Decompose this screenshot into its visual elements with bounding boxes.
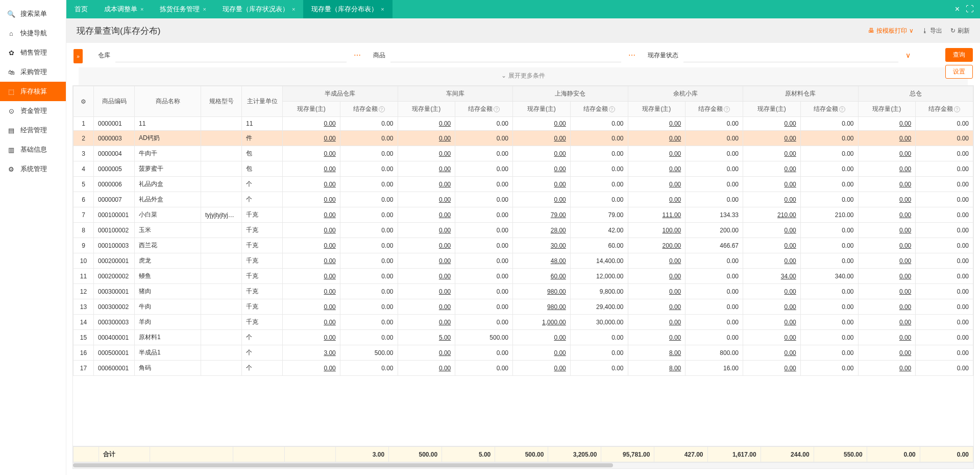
- cell-qty[interactable]: 0.00: [858, 345, 916, 361]
- qty-header[interactable]: 现存量(主): [858, 102, 916, 117]
- col-header[interactable]: 商品名称: [135, 86, 201, 117]
- cell-qty[interactable]: 5.00: [398, 330, 455, 345]
- cell-qty[interactable]: 0.00: [743, 117, 801, 131]
- table-row[interactable]: 50000006礼品内盒个0.000.000.000.000.000.000.0…: [74, 177, 973, 192]
- cell-qty[interactable]: 200.00: [628, 238, 685, 253]
- tab-close-icon[interactable]: ×: [381, 6, 384, 12]
- cell-qty[interactable]: 0.00: [858, 238, 916, 253]
- help-icon[interactable]: ?: [379, 106, 385, 112]
- sidebar-item-7[interactable]: ▥基础信息: [0, 140, 66, 159]
- col-header[interactable]: 规格型号: [201, 86, 242, 117]
- table-row[interactable]: 14000300003羊肉千克0.000.000.000.001,000.003…: [74, 315, 973, 330]
- cell-qty[interactable]: 0.00: [398, 269, 455, 284]
- cell-qty[interactable]: 3.00: [283, 345, 340, 361]
- print-template-button[interactable]: 🖶 按模板打印 ∨: [868, 27, 914, 35]
- cell-qty[interactable]: 0.00: [283, 146, 340, 161]
- cell-qty[interactable]: 0.00: [513, 161, 571, 177]
- cell-qty[interactable]: 0.00: [398, 361, 455, 376]
- filter-picker-icon[interactable]: ⋯: [626, 51, 638, 59]
- cell-qty[interactable]: 0.00: [858, 146, 916, 161]
- sidebar-item-3[interactable]: 🛍采购管理: [0, 62, 66, 82]
- cell-qty[interactable]: 0.00: [743, 223, 801, 238]
- cell-qty[interactable]: 0.00: [628, 177, 685, 192]
- table-row[interactable]: 12000300001猪肉千克0.000.000.000.00980.009,8…: [74, 284, 973, 299]
- cell-qty[interactable]: 0.00: [628, 146, 685, 161]
- qty-header[interactable]: 现存量(主): [743, 102, 801, 117]
- cell-qty[interactable]: 0.00: [513, 117, 571, 131]
- cell-qty[interactable]: 1,000.00: [513, 315, 571, 330]
- cell-qty[interactable]: 79.00: [513, 207, 571, 223]
- table-row[interactable]: 1000000111110.000.000.000.000.000.000.00…: [74, 117, 973, 131]
- cell-qty[interactable]: 0.00: [743, 299, 801, 315]
- sidebar-item-2[interactable]: ✿销售管理: [0, 43, 66, 62]
- cell-qty[interactable]: 8.00: [628, 345, 685, 361]
- cell-qty[interactable]: 0.00: [858, 192, 916, 207]
- qty-header[interactable]: 现存量(主): [283, 102, 340, 117]
- sidebar-item-6[interactable]: ▤经营管理: [0, 121, 66, 140]
- cell-qty[interactable]: 0.00: [513, 131, 571, 146]
- cell-qty[interactable]: 0.00: [628, 284, 685, 299]
- cell-qty[interactable]: 0.00: [858, 284, 916, 299]
- table-row[interactable]: 15000400001原材料1个0.000.005.00500.000.000.…: [74, 330, 973, 345]
- cell-qty[interactable]: 0.00: [513, 177, 571, 192]
- cell-qty[interactable]: 0.00: [513, 146, 571, 161]
- help-icon[interactable]: ?: [954, 106, 960, 112]
- table-row[interactable]: 16000500001半成品1个3.00500.000.000.000.000.…: [74, 345, 973, 361]
- table-row[interactable]: 7000100001小白菜tyjyjtyjtyjdf...千克0.000.000…: [74, 207, 973, 223]
- cell-qty[interactable]: 0.00: [398, 253, 455, 269]
- cell-qty[interactable]: 0.00: [743, 131, 801, 146]
- tab-2[interactable]: 拣货任务管理×: [152, 0, 214, 18]
- amt-header[interactable]: 结存金额?: [340, 102, 398, 117]
- cell-qty[interactable]: 0.00: [743, 345, 801, 361]
- cell-qty[interactable]: 0.00: [858, 177, 916, 192]
- cell-qty[interactable]: 0.00: [858, 315, 916, 330]
- cell-qty[interactable]: 60.00: [513, 269, 571, 284]
- cell-qty[interactable]: 0.00: [743, 146, 801, 161]
- tabs-fullscreen-icon[interactable]: ⛶: [966, 5, 974, 14]
- tab-close-icon[interactable]: ×: [292, 6, 295, 12]
- refresh-button[interactable]: ↻ 刷新: [950, 27, 970, 35]
- cell-qty[interactable]: 0.00: [743, 330, 801, 345]
- cell-qty[interactable]: 0.00: [858, 223, 916, 238]
- cell-qty[interactable]: 0.00: [398, 177, 455, 192]
- cell-qty[interactable]: 0.00: [283, 253, 340, 269]
- cell-qty[interactable]: 0.00: [743, 161, 801, 177]
- tab-4[interactable]: 现存量（库存分布表）×: [303, 0, 392, 18]
- cell-qty[interactable]: 0.00: [628, 117, 685, 131]
- cell-qty[interactable]: 0.00: [858, 207, 916, 223]
- table-row[interactable]: 10000200001虎龙千克0.000.000.000.0048.0014,4…: [74, 253, 973, 269]
- qty-header[interactable]: 现存量(主): [398, 102, 455, 117]
- cell-qty[interactable]: 0.00: [283, 177, 340, 192]
- sidebar-item-8[interactable]: ⚙系统管理: [0, 159, 66, 179]
- filter-picker-icon[interactable]: ⋯: [352, 51, 363, 59]
- query-button[interactable]: 查询: [945, 48, 973, 62]
- cell-qty[interactable]: 0.00: [283, 117, 340, 131]
- sidebar-item-4[interactable]: ⬚库存核算: [0, 82, 66, 101]
- table-row[interactable]: 20000003AD钙奶件0.000.000.000.000.000.000.0…: [74, 131, 973, 146]
- settings-button[interactable]: 设置: [945, 65, 973, 79]
- filter-input-2[interactable]: [683, 48, 898, 62]
- cell-qty[interactable]: 0.00: [283, 361, 340, 376]
- sidebar-item-5[interactable]: ⊙资金管理: [0, 101, 66, 121]
- cell-qty[interactable]: 0.00: [743, 238, 801, 253]
- filter-input-1[interactable]: [390, 48, 622, 62]
- collapse-filter-button[interactable]: »: [74, 49, 83, 63]
- tab-close-icon[interactable]: ×: [203, 6, 206, 12]
- cell-qty[interactable]: 0.00: [743, 284, 801, 299]
- cell-qty[interactable]: 980.00: [513, 299, 571, 315]
- cell-qty[interactable]: 0.00: [628, 161, 685, 177]
- filter-input-0[interactable]: [115, 48, 347, 62]
- cell-qty[interactable]: 0.00: [398, 299, 455, 315]
- cell-qty[interactable]: 0.00: [398, 223, 455, 238]
- expand-conditions-button[interactable]: ⌄ 展开更多条件: [79, 67, 968, 85]
- cell-qty[interactable]: 0.00: [283, 192, 340, 207]
- table-row[interactable]: 17000600001角码个0.000.000.000.000.000.008.…: [74, 361, 973, 376]
- cell-qty[interactable]: 0.00: [858, 299, 916, 315]
- amt-header[interactable]: 结存金额?: [455, 102, 513, 117]
- cell-qty[interactable]: 0.00: [283, 330, 340, 345]
- cell-qty[interactable]: 28.00: [513, 223, 571, 238]
- help-icon[interactable]: ?: [724, 106, 730, 112]
- tab-0[interactable]: 首页: [66, 0, 96, 18]
- cell-qty[interactable]: 0.00: [283, 238, 340, 253]
- help-icon[interactable]: ?: [839, 106, 845, 112]
